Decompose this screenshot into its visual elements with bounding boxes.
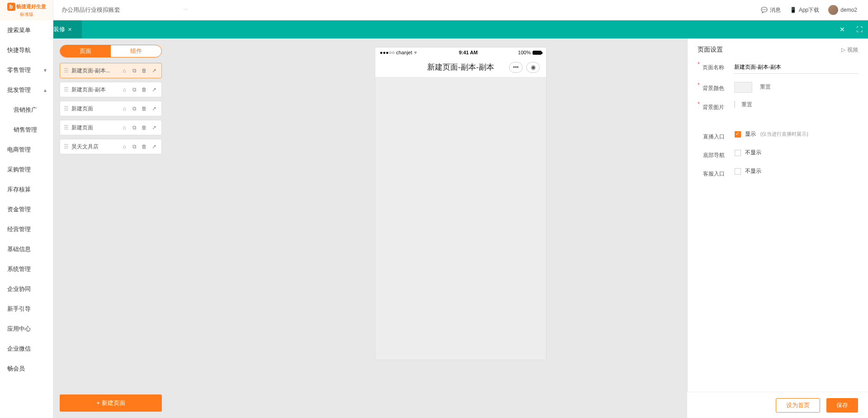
share-icon[interactable]: ↗ bbox=[151, 86, 158, 93]
fullscreen-button[interactable]: ⛶ bbox=[851, 26, 868, 33]
copy-icon[interactable]: ⧉ bbox=[131, 67, 138, 74]
image-picker[interactable] bbox=[734, 101, 735, 108]
phone-time: 9:41 AM bbox=[419, 50, 518, 55]
field-label: 页面名称 bbox=[703, 61, 734, 71]
required-icon: * bbox=[698, 101, 700, 107]
sidebar-item-purchase[interactable]: 采购管理 bbox=[0, 160, 53, 180]
share-icon[interactable]: ↗ bbox=[151, 143, 158, 150]
sidebar-item-apps[interactable]: 应用中心 bbox=[0, 319, 53, 339]
video-link[interactable]: ▷ 视频 bbox=[841, 46, 858, 54]
checkbox-cs-hide[interactable] bbox=[735, 168, 741, 175]
delete-icon[interactable]: 🗑 bbox=[141, 67, 148, 74]
top-header: b 畅捷通好生意 标准版 办公用品行业模拟账套 ﹀ 💬 消息 📱 App下载 d… bbox=[0, 0, 868, 20]
segment-pages[interactable]: 页面 bbox=[60, 45, 111, 57]
play-icon: ▷ bbox=[841, 47, 845, 53]
logo-sub: 标准版 bbox=[20, 11, 33, 18]
sidebar-item-collab[interactable]: 企业协同 bbox=[0, 279, 53, 299]
page-row[interactable]: ☰ 新建页面 ⌂ ⧉ 🗑 ↗ bbox=[60, 101, 162, 116]
reset-color-button[interactable]: 重置 bbox=[760, 84, 771, 90]
delete-icon[interactable]: 🗑 bbox=[141, 143, 148, 150]
account-name: 办公用品行业模拟账套 bbox=[61, 6, 120, 14]
tabs-bar: 首页 首页装修 ✕ ✕ ⛶ bbox=[0, 20, 868, 38]
logo-text: 畅捷通好生意 bbox=[16, 3, 46, 10]
page-row[interactable]: ☰ 昊天文具店 ⌂ ⧉ 🗑 ↗ bbox=[60, 139, 162, 154]
drag-icon[interactable]: ☰ bbox=[64, 124, 69, 131]
copy-icon[interactable]: ⧉ bbox=[131, 124, 138, 131]
sidebar-item-ecommerce[interactable]: 电商管理 bbox=[0, 140, 53, 160]
tabs-right: ✕ ⛶ bbox=[834, 20, 868, 38]
target-icon[interactable]: ◉ bbox=[526, 62, 540, 73]
download-label: App下载 bbox=[799, 6, 819, 14]
delete-icon[interactable]: 🗑 bbox=[141, 124, 148, 131]
page-row[interactable]: ☰ 新建页面 ⌂ ⧉ 🗑 ↗ bbox=[60, 120, 162, 135]
sidebar-item-retail[interactable]: 零售管理▼ bbox=[0, 60, 53, 80]
save-button[interactable]: 保存 bbox=[826, 398, 858, 413]
home-icon[interactable]: ⌂ bbox=[121, 105, 128, 112]
share-icon[interactable]: ↗ bbox=[151, 124, 158, 131]
home-icon[interactable]: ⌂ bbox=[121, 124, 128, 131]
drag-icon[interactable]: ☰ bbox=[64, 105, 69, 112]
messages-link[interactable]: 💬 消息 bbox=[761, 6, 781, 14]
segment-components[interactable]: 组件 bbox=[111, 45, 161, 57]
reset-image-button[interactable]: 重置 bbox=[741, 101, 752, 108]
share-icon[interactable]: ↗ bbox=[151, 105, 158, 112]
settings-header: 页面设置 ▷ 视频 bbox=[698, 38, 858, 61]
phone-titlebar: 新建页面-副本-副本 ••• ◉ bbox=[375, 57, 546, 77]
sidebar-item-sales[interactable]: 销售管理 bbox=[0, 120, 53, 140]
sidebar-item-system[interactable]: 系统管理 bbox=[0, 259, 53, 279]
page-row[interactable]: ☰ 新建页面-副本 ⌂ ⧉ 🗑 ↗ bbox=[60, 82, 162, 97]
sidebar-item-inventory[interactable]: 库存核算 bbox=[0, 180, 53, 200]
logo[interactable]: b 畅捷通好生意 标准版 bbox=[0, 0, 53, 20]
segment-control: 页面 组件 bbox=[60, 45, 162, 57]
sidebar-item-wholesale[interactable]: 批发管理▲ bbox=[0, 80, 53, 100]
color-swatch[interactable] bbox=[734, 82, 752, 93]
checkbox-nav-hide[interactable] bbox=[735, 150, 741, 156]
drag-icon[interactable]: ☰ bbox=[64, 67, 69, 74]
page-name-input[interactable] bbox=[734, 61, 858, 74]
delete-icon[interactable]: 🗑 bbox=[141, 86, 148, 93]
field-label: 客服入口 bbox=[703, 167, 735, 178]
action-bar: 设为首页 保存 bbox=[687, 392, 868, 418]
new-page-button[interactable]: + 新建页面 bbox=[60, 394, 162, 412]
more-icon[interactable]: ••• bbox=[509, 62, 523, 73]
set-home-button[interactable]: 设为首页 bbox=[776, 398, 820, 413]
user-menu[interactable]: demo2 bbox=[828, 5, 857, 15]
page-row[interactable]: ☰ 新建页面-副本... ⌂ ⧉ 🗑 ↗ bbox=[60, 63, 162, 78]
home-icon[interactable]: ⌂ bbox=[121, 143, 128, 150]
phone-body[interactable] bbox=[375, 77, 546, 360]
copy-icon[interactable]: ⧉ bbox=[131, 105, 138, 112]
delete-icon[interactable]: 🗑 bbox=[141, 105, 148, 112]
sidebar-item-marketing[interactable]: 营销推广 bbox=[0, 100, 53, 120]
home-icon[interactable]: ⌂ bbox=[121, 86, 128, 93]
home-icon[interactable]: ⌂ bbox=[121, 67, 128, 74]
share-icon[interactable]: ↗ bbox=[151, 67, 158, 74]
required-icon: * bbox=[698, 61, 700, 67]
close-all-button[interactable]: ✕ bbox=[834, 26, 851, 33]
sidebar-item-shortcuts[interactable]: 快捷导航 bbox=[0, 40, 53, 60]
sidebar-item-search[interactable]: 搜索菜单 bbox=[0, 20, 53, 40]
field-label: 直播入口 bbox=[703, 130, 735, 141]
sidebar-item-business[interactable]: 经营管理 bbox=[0, 219, 53, 239]
field-label: 背景图片 bbox=[703, 101, 734, 111]
sidebar-item-wechat[interactable]: 企业微信 bbox=[0, 339, 53, 359]
drag-icon[interactable]: ☰ bbox=[64, 86, 69, 93]
sidebar-item-member[interactable]: 畅会员 bbox=[0, 359, 53, 379]
account-selector[interactable]: 办公用品行业模拟账套 ﹀ bbox=[61, 6, 188, 14]
app-download-link[interactable]: 📱 App下载 bbox=[790, 6, 819, 14]
copy-icon[interactable]: ⧉ bbox=[131, 86, 138, 93]
copy-icon[interactable]: ⧉ bbox=[131, 143, 138, 150]
checkbox-live-show[interactable] bbox=[735, 131, 741, 138]
sidebar-item-guide[interactable]: 新手引导 bbox=[0, 299, 53, 319]
sidebar-item-basic[interactable]: 基础信息 bbox=[0, 239, 53, 259]
close-icon[interactable]: ✕ bbox=[68, 27, 72, 33]
main-area: 页面 组件 ☰ 新建页面-副本... ⌂ ⧉ 🗑 ↗ ☰ 新建页面-副本 ⌂ ⧉… bbox=[53, 38, 868, 418]
page-name: 新建页面-副本... bbox=[71, 67, 118, 75]
battery-indicator: 100% bbox=[518, 50, 542, 55]
checkbox-label: 不显示 bbox=[745, 168, 761, 174]
logo-icon: b bbox=[7, 3, 15, 11]
page-name: 新建页面 bbox=[71, 105, 118, 113]
chevron-up-icon: ▲ bbox=[43, 88, 47, 93]
page-name: 新建页面-副本 bbox=[71, 86, 118, 94]
drag-icon[interactable]: ☰ bbox=[64, 143, 69, 150]
sidebar-item-finance[interactable]: 资金管理 bbox=[0, 200, 53, 219]
